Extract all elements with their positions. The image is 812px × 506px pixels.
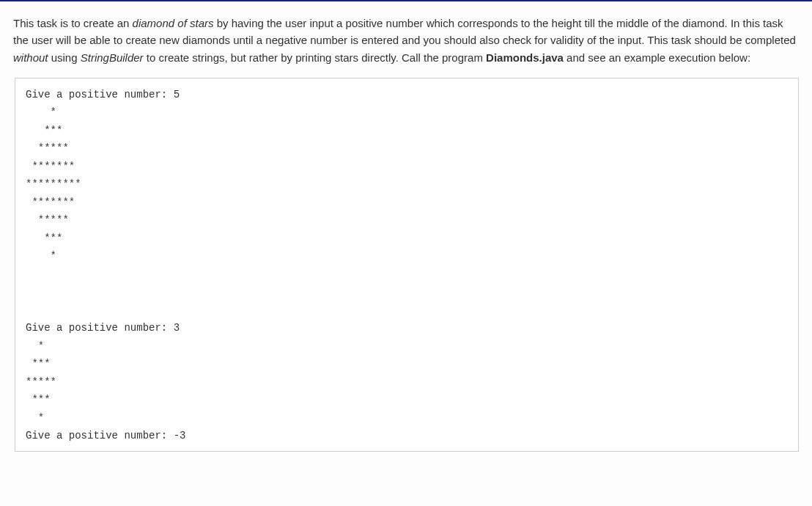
code-output-block: Give a positive number: 5 * *** ***** **… xyxy=(15,78,799,452)
task-description: This task is to create an diamond of sta… xyxy=(13,15,799,66)
desc-text-5: and see an example execution below: xyxy=(564,51,750,64)
desc-text-3: using xyxy=(48,51,81,64)
desc-em-3: StringBuilder xyxy=(81,51,144,64)
desc-text-1: This task is to create an xyxy=(13,17,133,29)
desc-em-2: without xyxy=(13,51,48,64)
desc-em-1: diamond of stars xyxy=(133,17,214,29)
desc-text-4: to create strings, but rather by printin… xyxy=(144,51,486,64)
desc-strong-1: Diamonds.java xyxy=(486,51,564,64)
